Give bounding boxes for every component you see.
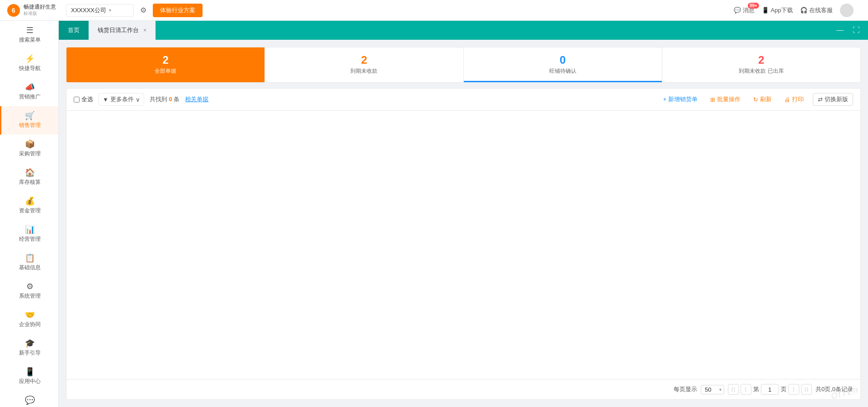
print-icon: 🖨 — [784, 96, 790, 103]
page-suffix: 页 — [781, 385, 787, 393]
select-all-checkbox[interactable] — [74, 97, 80, 103]
sidebar-item-9[interactable]: ⚙ 系统管理 — [0, 277, 58, 305]
sidebar-item-13[interactable]: 💬 企业微信 — [0, 391, 58, 407]
stat-indicator-all — [66, 81, 264, 82]
phone-icon: 📱 — [762, 7, 769, 14]
sidebar-item-4[interactable]: 📦 采购管理 — [0, 135, 58, 163]
logo-text-block: 畅捷通好生意 标准版 — [24, 4, 56, 17]
app-version: 标准版 — [24, 10, 56, 17]
tab-work-bench[interactable]: 钱货日清工作台 × — [89, 21, 156, 40]
sidebar-label-1: 快捷导航 — [19, 65, 41, 72]
sidebar-icon-1: ⚡ — [25, 55, 35, 63]
page-content: 2 全部单据 2 到期未收款 0 旺铺待确认 2 到期未收款 已出库 — [59, 40, 868, 407]
page-input[interactable] — [761, 384, 779, 395]
tab-minimize-icon[interactable]: — — [834, 25, 846, 35]
tab-home-label: 首页 — [68, 26, 80, 34]
chevron-conditions-icon: ∨ — [136, 96, 140, 103]
select-all-text: 全选 — [81, 95, 93, 103]
online-service-label: 在线客服 — [809, 6, 833, 14]
message-btn[interactable]: 💬 消息 99+ — [734, 6, 755, 14]
sidebar-item-0[interactable]: ☰ 搜索菜单 — [0, 21, 58, 49]
trial-button[interactable]: 体验行业方案 — [153, 4, 203, 17]
sidebar-icon-6: 💰 — [25, 197, 35, 205]
sidebar-icon-8: 📋 — [25, 254, 35, 262]
batch-label: 批量操作 — [717, 95, 741, 103]
stat-label-due: 到期未收款 — [350, 67, 377, 75]
top-header: 6 畅捷通好生意 标准版 XXXXXX公司 ▾ ⚙ 体验行业方案 💬 消息 99… — [0, 0, 868, 21]
sidebar-item-1[interactable]: ⚡ 快捷导航 — [0, 49, 58, 78]
tab-home[interactable]: 首页 — [59, 21, 89, 40]
online-service-btn[interactable]: 🎧 在线客服 — [800, 6, 833, 14]
tab-close-icon[interactable]: × — [143, 27, 146, 33]
tab-bar: 首页 钱货日清工作台 × — ⛶ — [59, 21, 868, 40]
stat-count-due: 2 — [361, 55, 367, 65]
more-conditions-btn[interactable]: ▼ 更多条件 ∨ — [99, 93, 144, 106]
service-icon: 🎧 — [800, 7, 807, 14]
logo-area: 6 畅捷通好生意 标准版 — [7, 4, 66, 17]
stats-cards: 2 全部单据 2 到期未收款 0 旺铺待确认 2 到期未收款 已出库 — [66, 47, 861, 83]
print-btn[interactable]: 🖨 打印 — [781, 94, 807, 105]
stat-count-all: 2 — [162, 55, 168, 65]
sidebar: ☰ 搜索菜单 ⚡ 快捷导航 📣 营销推广 🛒 销售管理 📦 采购管理 🏠 库存核… — [0, 21, 59, 407]
sidebar-label-4: 采购管理 — [19, 150, 41, 158]
last-page-btn[interactable]: ⟩⟩ — [801, 384, 812, 395]
found-unit: 条 — [174, 96, 179, 103]
sidebar-label-12: 应用中心 — [19, 378, 41, 385]
stat-count-shipped: 2 — [758, 55, 764, 65]
batch-btn[interactable]: ⊞ 批量操作 — [707, 94, 744, 105]
sidebar-label-2: 营销推广 — [19, 93, 41, 101]
sidebar-item-11[interactable]: 🎓 新手引导 — [0, 334, 58, 362]
stat-count-pending: 0 — [560, 55, 566, 65]
sidebar-label-7: 经营管理 — [19, 235, 41, 243]
sidebar-item-2[interactable]: 📣 营销推广 — [0, 78, 58, 106]
stat-indicator-shipped — [662, 81, 860, 82]
stat-card-shipped[interactable]: 2 到期未收款 已出库 — [662, 47, 860, 82]
app-name: 畅捷通好生意 — [24, 4, 56, 11]
pagination-bar: 每页显示 10 20 50 100 ⟨⟨ ⟨ 第 页 ⟩ ⟩⟩ — [66, 379, 861, 400]
sidebar-item-7[interactable]: 📊 经营管理 — [0, 220, 58, 248]
stat-label-shipped: 到期未收款 已出库 — [739, 67, 783, 75]
sidebar-icon-13: 💬 — [25, 396, 35, 404]
add-order-btn[interactable]: + 新增销货单 — [660, 94, 701, 105]
company-name: XXXXXX公司 — [71, 6, 106, 14]
sidebar-icon-0: ☰ — [26, 26, 33, 34]
refresh-btn[interactable]: ↻ 刷新 — [750, 94, 775, 105]
toolbar-right: + 新增销货单 ⊞ 批量操作 ↻ 刷新 🖨 打印 ⇄ — [660, 93, 853, 106]
app-download-btn[interactable]: 📱 App下载 — [762, 6, 793, 14]
stat-card-due[interactable]: 2 到期未收款 — [265, 47, 463, 82]
prev-page-btn[interactable]: ⟨ — [741, 384, 751, 395]
tab-bar-actions: — ⛶ — [834, 25, 868, 35]
print-label: 打印 — [792, 95, 804, 103]
per-page-select[interactable]: 10 20 50 100 — [701, 385, 724, 394]
stat-indicator-due — [265, 81, 463, 82]
sidebar-item-8[interactable]: 📋 基础信息 — [0, 248, 58, 277]
company-selector[interactable]: XXXXXX公司 ▾ — [66, 4, 134, 17]
tab-maximize-icon[interactable]: ⛶ — [850, 25, 863, 35]
sidebar-label-8: 基础信息 — [19, 264, 41, 271]
related-link[interactable]: 相关单据 — [185, 95, 208, 103]
select-all-label[interactable]: 全选 — [74, 95, 93, 103]
page-label: 第 — [753, 385, 759, 393]
sidebar-item-10[interactable]: 🤝 企业协同 — [0, 305, 58, 334]
page-nav: ⟨⟨ ⟨ 第 页 ⟩ ⟩⟩ — [728, 384, 812, 395]
sidebar-item-6[interactable]: 💰 资金管理 — [0, 192, 58, 220]
next-page-btn[interactable]: ⟩ — [788, 384, 799, 395]
sidebar-icon-4: 📦 — [25, 140, 35, 148]
stat-label-pending: 旺铺待确认 — [549, 67, 576, 75]
sidebar-item-5[interactable]: 🏠 库存核算 — [0, 163, 58, 192]
first-page-btn[interactable]: ⟨⟨ — [728, 384, 739, 395]
sidebar-icon-7: 📊 — [25, 225, 35, 234]
app-download-label: App下载 — [771, 6, 793, 14]
sidebar-item-3[interactable]: 🛒 销售管理 — [0, 106, 58, 135]
per-page-select-wrapper[interactable]: 10 20 50 100 — [701, 385, 724, 394]
sidebar-label-6: 资金管理 — [19, 207, 41, 215]
avatar[interactable] — [840, 4, 854, 17]
sidebar-item-12[interactable]: 📱 应用中心 — [0, 362, 58, 391]
switch-version-btn[interactable]: ⇄ 切换新版 — [813, 93, 853, 106]
settings-icon[interactable]: ⚙ — [138, 4, 148, 16]
found-count: 0 — [169, 96, 172, 103]
sidebar-label-10: 企业协同 — [19, 321, 41, 328]
stat-card-all[interactable]: 2 全部单据 — [66, 47, 265, 82]
tab-workbench-label: 钱货日清工作台 — [98, 26, 139, 34]
stat-card-pending[interactable]: 0 旺铺待确认 — [464, 47, 662, 82]
